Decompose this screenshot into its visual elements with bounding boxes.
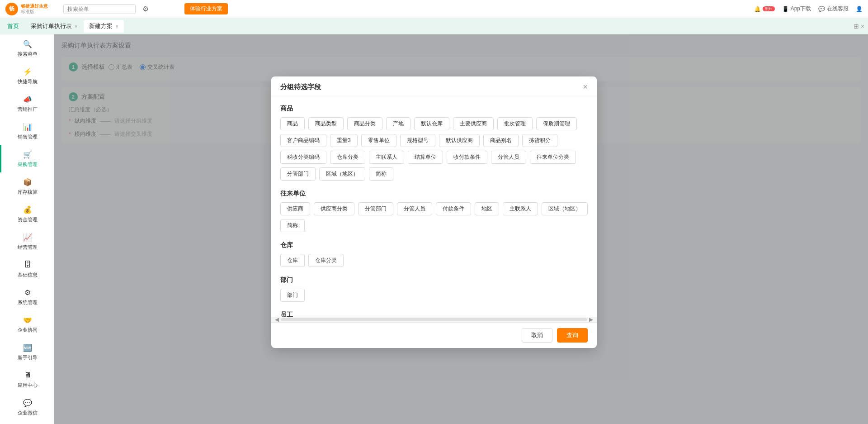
tab-close-new-scheme[interactable]: ×	[115, 24, 118, 29]
tab-bar-right: ⊞ ×	[854, 23, 868, 30]
online-service-item[interactable]: 💬 在线客服	[818, 5, 849, 13]
operations-icon: 📈	[23, 232, 33, 242]
confirm-button[interactable]: 查询	[557, 328, 588, 343]
section-department: 部门 部门	[280, 276, 588, 302]
modal-header: 分组待选字段 ×	[271, 76, 597, 97]
field-tag[interactable]: 批次管理	[497, 117, 533, 130]
field-tag[interactable]: 供应商分类	[314, 202, 354, 215]
modal-close-button[interactable]: ×	[583, 83, 588, 91]
top-header: 畅 畅捷通好生意 标准版 ⚙ 体验行业方案 🔔 99+ 📱 App下载 💬 在线…	[0, 0, 868, 18]
tab-close-all-icon[interactable]: ×	[861, 23, 864, 30]
section-partner-title: 往来单位	[280, 190, 588, 198]
field-tag[interactable]: 产地	[386, 117, 410, 130]
sidebar-item-sales[interactable]: 📊 销售管理	[0, 117, 54, 145]
purchase-icon: 🛒	[23, 149, 33, 159]
field-tag[interactable]: 规格型号	[400, 134, 435, 147]
field-tag[interactable]: 商品	[280, 117, 305, 130]
field-tag[interactable]: 默认供应商	[439, 134, 480, 147]
field-tag[interactable]: 区域（地区）	[542, 202, 588, 215]
field-tag[interactable]: 供应商	[280, 202, 310, 215]
field-tag[interactable]: 分管人员	[397, 202, 432, 215]
sidebar-item-apps[interactable]: 🖥 应用中心	[0, 366, 54, 393]
field-tag[interactable]: 分管人员	[491, 151, 526, 164]
sidebar-item-purchase[interactable]: 🛒 采购管理	[0, 145, 54, 172]
sidebar-item-basic[interactable]: 🗄 基础信息	[0, 255, 54, 283]
sidebar-item-member[interactable]: ⭐ 畅会员	[0, 421, 54, 424]
basic-icon: 🗄	[23, 260, 33, 270]
field-tag[interactable]: 区域（地区）	[319, 167, 365, 181]
tab-bar: 首页 采购订单执行表 × 新建方案 × ⊞ ×	[0, 18, 868, 34]
sidebar-item-system[interactable]: ⚙ 系统管理	[0, 283, 54, 310]
notification-item[interactable]: 🔔 99+	[754, 6, 775, 12]
tab-close-purchase[interactable]: ×	[75, 24, 77, 29]
field-tag[interactable]: 收付款条件	[447, 151, 487, 164]
marketing-icon: 📣	[23, 94, 33, 104]
cancel-button[interactable]: 取消	[522, 328, 552, 343]
field-tag[interactable]: 仓库	[280, 254, 305, 267]
field-select-modal: 分组待选字段 × 商品 商品 商品类型 商品分类 产地 默认仓库 主要供应商 批…	[271, 76, 597, 348]
user-icon: 👤	[856, 6, 863, 12]
sidebar-item-marketing[interactable]: 📣 营销推广	[0, 90, 54, 117]
field-tag[interactable]: 保质期管理	[536, 117, 577, 130]
warehouse-fields: 仓库 仓库分类	[280, 254, 588, 267]
field-tag[interactable]: 商品分类	[347, 117, 382, 130]
field-tag[interactable]: 仓库分类	[330, 151, 365, 164]
field-tag[interactable]: 付款条件	[436, 202, 471, 215]
field-tag[interactable]: 分管部门	[280, 167, 316, 181]
field-tag[interactable]: 简称	[369, 167, 393, 181]
tab-new-scheme[interactable]: 新建方案 ×	[84, 20, 123, 33]
trial-button[interactable]: 体验行业方案	[184, 3, 228, 14]
section-product: 商品 商品 商品类型 商品分类 产地 默认仓库 主要供应商 批次管理 保质期管理…	[280, 105, 588, 181]
user-avatar[interactable]: 👤	[856, 6, 863, 12]
field-tag[interactable]: 往来单位分类	[530, 151, 576, 164]
section-employee-title: 员工	[280, 311, 588, 317]
tab-purchase-order[interactable]: 采购订单执行表 ×	[25, 20, 83, 33]
bell-icon: 🔔	[754, 6, 761, 12]
partner-fields: 供应商 供应商分类 分管部门 分管人员 付款条件 地区 主联系人 区域（地区） …	[280, 202, 588, 232]
field-tag[interactable]: 商品别名	[483, 134, 519, 147]
modal-body: 商品 商品 商品类型 商品分类 产地 默认仓库 主要供应商 批次管理 保质期管理…	[271, 97, 597, 317]
sidebar: 🔍 搜索菜单 ⚡ 快捷导航 📣 营销推广 📊 销售管理 🛒 采购管理 📦 库存核…	[0, 34, 54, 424]
field-tag[interactable]: 零售单位	[361, 134, 396, 147]
field-tag[interactable]: 地区	[475, 202, 499, 215]
field-tag[interactable]: 默认仓库	[414, 117, 449, 130]
sales-icon: 📊	[23, 122, 33, 132]
sidebar-item-operations[interactable]: 📈 经营管理	[0, 228, 54, 255]
phone-icon: 📱	[782, 6, 789, 12]
field-tag[interactable]: 重量3	[330, 134, 358, 147]
sidebar-item-shortcut[interactable]: ⚡ 快捷导航	[0, 62, 54, 90]
wechat-icon: 💬	[23, 398, 33, 408]
sidebar-item-inventory[interactable]: 📦 库存核算	[0, 172, 54, 200]
sidebar-item-search[interactable]: 🔍 搜索菜单	[0, 34, 54, 62]
department-fields: 部门	[280, 289, 588, 302]
field-tag[interactable]: 税收分类编码	[280, 151, 326, 164]
inventory-icon: 📦	[23, 177, 33, 187]
sidebar-item-wechat[interactable]: 💬 企业微信	[0, 393, 54, 421]
field-tag[interactable]: 商品类型	[308, 117, 344, 130]
search-input[interactable]	[63, 4, 136, 14]
notification-badge: 99+	[763, 6, 775, 11]
field-tag[interactable]: 拣货积分	[522, 134, 557, 147]
field-tag[interactable]: 主联系人	[503, 202, 538, 215]
gear-icon[interactable]: ⚙	[139, 3, 152, 15]
app-download-item[interactable]: 📱 App下载	[782, 5, 811, 13]
section-department-title: 部门	[280, 276, 588, 284]
sidebar-item-enterprise[interactable]: 🤝 企业协同	[0, 310, 54, 338]
header-search-area: ⚙	[63, 3, 181, 15]
product-fields: 商品 商品类型 商品分类 产地 默认仓库 主要供应商 批次管理 保质期管理 客户…	[280, 117, 588, 181]
sidebar-item-finance[interactable]: 💰 资金管理	[0, 200, 54, 228]
modal-horizontal-scrollbar[interactable]: ◀ ▶	[271, 317, 597, 322]
section-warehouse: 仓库 仓库 仓库分类	[280, 241, 588, 267]
sidebar-item-guide[interactable]: 🆕 新手引导	[0, 338, 54, 366]
field-tag[interactable]: 客户商品编码	[280, 134, 326, 147]
field-tag[interactable]: 结算单位	[408, 151, 443, 164]
field-tag[interactable]: 仓库分类	[308, 254, 344, 267]
field-tag[interactable]: 部门	[280, 289, 305, 302]
field-tag[interactable]: 分管部门	[358, 202, 393, 215]
field-tag[interactable]: 主联系人	[369, 151, 404, 164]
field-tag[interactable]: 简称	[280, 219, 305, 232]
enterprise-icon: 🤝	[23, 315, 33, 325]
field-tag[interactable]: 主要供应商	[453, 117, 494, 130]
tab-home[interactable]: 首页	[2, 20, 24, 33]
tab-expand-icon[interactable]: ⊞	[854, 23, 859, 30]
